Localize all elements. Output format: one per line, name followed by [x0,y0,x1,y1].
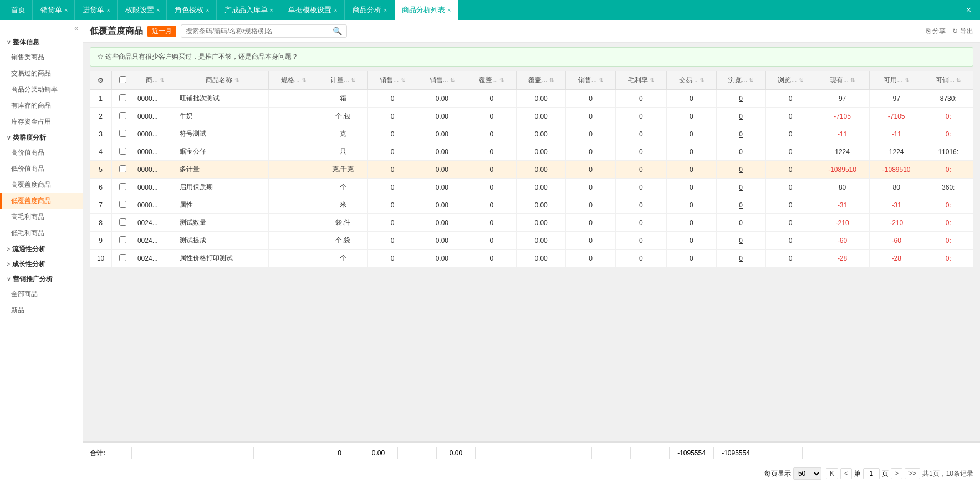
col-sales3[interactable]: 销售... ⇅ [566,71,615,90]
row-checkbox[interactable] [112,143,134,161]
row-name[interactable]: 测试提成 [176,232,269,250]
time-filter-button[interactable]: 近一月 [147,26,176,37]
row-name[interactable]: 多计量 [176,161,269,179]
row-checkbox[interactable] [112,196,134,214]
row-select-checkbox[interactable] [119,183,126,190]
nav-close-analysis-list[interactable]: × [447,7,451,13]
nav-purchase-order[interactable]: 进货单 × [76,0,117,20]
nav-home[interactable]: 首页 [4,0,33,20]
col-current[interactable]: 现有... ⇅ [815,71,870,90]
col-unit[interactable]: 计量... ⇅ [318,71,368,90]
col-cover2[interactable]: 覆盖... ⇅ [516,71,565,90]
page-first-button[interactable]: K [826,468,838,479]
col-cover1[interactable]: 覆盖... ⇅ [467,71,516,90]
sidebar-item-traded-goods[interactable]: 交易过的商品 [0,65,83,82]
row-name[interactable]: 属性 [176,196,269,214]
sidebar-section-cluster[interactable]: ∨ 类群度分析 [0,130,83,145]
select-all-checkbox[interactable] [119,76,126,83]
col-trade[interactable]: 交易... ⇅ [667,71,716,90]
row-name[interactable]: 牛奶 [176,108,269,125]
sidebar-item-sales-goods[interactable]: 销售类商品 [0,49,83,65]
sidebar-section-liquidity[interactable]: > 流通性分析 [0,241,83,256]
nav-template-settings[interactable]: 单据模板设置 × [282,0,344,20]
nav-sales-order[interactable]: 销货单 × [34,0,75,20]
row-select-checkbox[interactable] [119,112,126,119]
sidebar-item-high-coverage[interactable]: 高覆盖度商品 [0,177,83,193]
row-select-checkbox[interactable] [119,254,126,261]
row-checkbox[interactable] [112,90,134,108]
row-checkbox[interactable] [112,232,134,250]
row-browse1[interactable]: 0 [716,250,765,267]
row-select-checkbox[interactable] [119,148,126,155]
nav-close-purchase[interactable]: × [106,7,110,13]
nav-product-analysis-list[interactable]: 商品分析列表 × [395,0,458,20]
export-button[interactable]: ↻ 导出 [952,27,973,36]
row-name[interactable]: 启用保质期 [176,179,269,196]
nav-close-role[interactable]: × [206,7,209,13]
row-browse1[interactable]: 0 [716,196,765,214]
col-sales2[interactable]: 销售... ⇅ [417,71,467,90]
nav-product-analysis[interactable]: 商品分析 × [346,0,394,20]
sidebar-section-overall[interactable]: ∨ 整体信息 [0,34,83,49]
page-number-input[interactable] [863,468,880,479]
row-browse1[interactable]: 0 [716,125,765,143]
window-close-button[interactable]: × [962,5,976,15]
sidebar-item-in-stock-goods[interactable]: 有库存的商品 [0,98,83,114]
row-name[interactable]: 属性价格打印测试 [176,250,269,267]
row-browse1[interactable]: 0 [716,90,765,108]
row-checkbox[interactable] [112,108,134,125]
sidebar-item-new-goods[interactable]: 新品 [0,302,83,318]
row-checkbox[interactable] [112,125,134,143]
search-input[interactable] [186,27,333,35]
sidebar-item-high-margin[interactable]: 高毛利商品 [0,209,83,225]
col-settings[interactable]: ⚙ [90,71,112,90]
sidebar-item-high-value[interactable]: 高价值商品 [0,145,83,161]
sidebar-item-all-goods[interactable]: 全部商品 [0,286,83,302]
col-code[interactable]: 商... ⇅ [134,71,176,90]
row-select-checkbox[interactable] [119,130,126,137]
col-sellable[interactable]: 可销... ⇅ [923,71,973,90]
nav-close-template[interactable]: × [334,7,337,13]
row-checkbox[interactable] [112,250,134,267]
nav-close-sales[interactable]: × [64,7,68,13]
nav-role-auth[interactable]: 角色授权 × [168,0,216,20]
col-browse1[interactable]: 浏览... ⇅ [716,71,765,90]
sidebar-item-inventory-capital[interactable]: 库存资金占用 [0,114,83,130]
sidebar-section-marketing[interactable]: ∨ 营销推广分析 [0,271,83,286]
row-browse1[interactable]: 0 [716,214,765,232]
row-checkbox[interactable] [112,179,134,196]
row-name[interactable]: 旺铺批次测试 [176,90,269,108]
row-browse1[interactable]: 0 [716,161,765,179]
col-margin[interactable]: 毛利率 ⇅ [615,71,666,90]
col-sales1[interactable]: 销售... ⇅ [368,71,417,90]
row-name[interactable]: 符号测试 [176,125,269,143]
sidebar-item-category-sales-rate[interactable]: 商品分类动销率 [0,82,83,98]
col-available[interactable]: 可用... ⇅ [869,71,923,90]
row-select-checkbox[interactable] [119,94,126,101]
page-prev-button[interactable]: < [840,468,852,479]
row-browse1[interactable]: 0 [716,179,765,196]
row-browse1[interactable]: 0 [716,108,765,125]
row-checkbox[interactable] [112,214,134,232]
row-checkbox[interactable] [112,161,134,179]
per-page-select[interactable]: 50 20 100 [793,467,821,480]
nav-product-storage[interactable]: 产成品入库单 × [218,0,280,20]
col-spec[interactable]: 规格... ⇅ [269,71,318,90]
row-name[interactable]: 眠宝公仔 [176,143,269,161]
row-browse1[interactable]: 0 [716,232,765,250]
nav-close-storage[interactable]: × [270,7,273,13]
share-button[interactable]: ⎘ 分享 [926,27,946,36]
col-name[interactable]: 商品名称 ⇅ [176,71,269,90]
nav-close-analysis[interactable]: × [384,7,387,13]
page-last-button[interactable]: >> [905,468,920,479]
search-icon[interactable]: 🔍 [333,27,342,35]
page-next-button[interactable]: > [891,468,902,479]
nav-close-permission[interactable]: × [156,7,160,13]
sidebar-item-low-margin[interactable]: 低毛利商品 [0,225,83,241]
nav-permission-settings[interactable]: 权限设置 × [119,0,167,20]
sidebar-collapse-button[interactable]: « [0,20,83,34]
sidebar-item-low-value[interactable]: 低价值商品 [0,161,83,177]
row-name[interactable]: 测试数量 [176,214,269,232]
col-browse2[interactable]: 浏览... ⇅ [765,71,815,90]
row-select-checkbox[interactable] [119,218,126,226]
